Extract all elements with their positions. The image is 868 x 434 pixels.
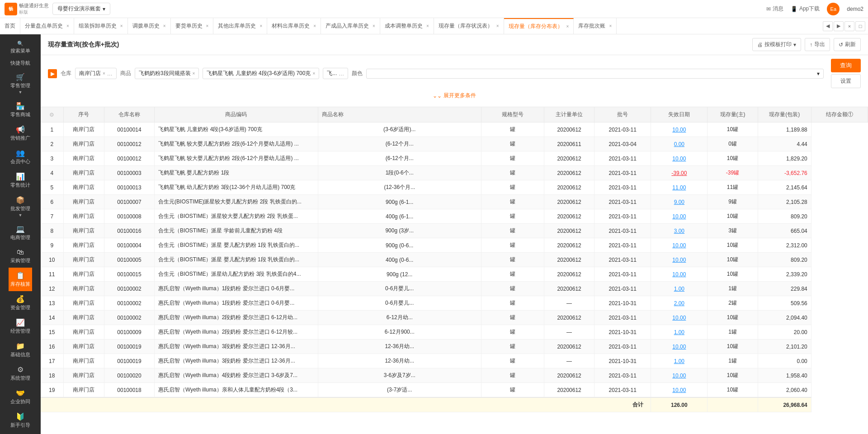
tab-disassemble-history[interactable]: 组装拆卸单历史 × xyxy=(74,18,128,34)
cell-qty-main[interactable]: 10.00 xyxy=(651,383,708,398)
product-filter-tag-3[interactable]: 飞... … xyxy=(323,68,348,79)
refresh-button[interactable]: ↺ 刷新 xyxy=(834,38,861,51)
sidebar-item-member[interactable]: 👥 会员中心 xyxy=(9,145,32,169)
qty-main-link[interactable]: -39.00 xyxy=(671,170,687,176)
tab-material-out-history[interactable]: 材料出库单历史 × xyxy=(267,18,321,34)
sidebar-item-marketing[interactable]: 📢 营销推广 xyxy=(9,122,32,145)
tab-inventory-status[interactable]: 现存量（库存状况表） × xyxy=(434,18,504,34)
sidebar-item-inventory[interactable]: 📋 库存核算 xyxy=(9,268,32,291)
sidebar-item-retail_stat[interactable]: 📊 零售统计 xyxy=(9,169,32,192)
sidebar-item-finance[interactable]: 💰 资金管理 xyxy=(9,291,32,315)
cell-qty-main[interactable]: -39.00 xyxy=(651,166,708,180)
qty-main-link[interactable]: 10.00 xyxy=(672,213,686,220)
tab-other-out-history[interactable]: 其他出库单历史 × xyxy=(213,18,267,34)
cell-qty-main[interactable]: 10.00 xyxy=(651,267,708,282)
warehouse-filter-more[interactable]: … xyxy=(107,71,113,77)
settings-icon[interactable]: ⚙ xyxy=(49,112,54,118)
qty-main-link[interactable]: 10.00 xyxy=(672,373,686,379)
color-filter-input[interactable]: ▾ xyxy=(366,69,824,79)
cell-qty-main[interactable]: 1.00 xyxy=(651,282,708,296)
sidebar-item-guide[interactable]: 🔰 新手引导 xyxy=(9,409,32,432)
qty-main-link[interactable]: 2.00 xyxy=(674,300,684,307)
sidebar-item-retail_shop[interactable]: 🏪 零售商城 xyxy=(9,98,32,122)
sidebar-item-business[interactable]: 📈 经营管理 xyxy=(9,315,32,338)
cell-qty-main[interactable]: 9.00 xyxy=(651,195,708,209)
query-button[interactable]: 查询 xyxy=(831,59,861,72)
export-button[interactable]: ↑ 导出 xyxy=(805,38,830,51)
close-icon[interactable]: × xyxy=(206,24,209,28)
expand-conditions-button[interactable]: ⌄⌄ 展开更多条件 xyxy=(429,90,480,101)
qty-main-link[interactable]: 1.00 xyxy=(674,358,684,364)
sidebar-item-purchase[interactable]: 🛍 采购管理 xyxy=(9,245,32,268)
sidebar-item-wholesale[interactable]: 📦 批发管理 ▼ xyxy=(9,192,32,221)
sidebar-item-system[interactable]: ⚙ 系统管理 xyxy=(9,362,32,385)
product-filter-close-1[interactable]: × xyxy=(193,71,195,76)
close-icon[interactable]: × xyxy=(496,24,499,28)
qty-main-link[interactable]: 10.00 xyxy=(672,127,686,133)
qty-main-link[interactable]: 0.00 xyxy=(674,141,684,147)
sidebar-quick-nav[interactable]: 快捷导航 xyxy=(0,57,41,69)
qty-main-link[interactable]: 10.00 xyxy=(672,271,686,278)
cell-qty-main[interactable]: 3.00 xyxy=(651,224,708,238)
cell-qty-main[interactable]: 10.00 xyxy=(651,238,708,253)
qty-main-link[interactable]: 3.00 xyxy=(674,228,684,234)
tab-query-history[interactable]: 调拨单历史 × xyxy=(128,18,171,34)
cell-qty-main[interactable]: 10.00 xyxy=(651,151,708,166)
close-icon[interactable]: × xyxy=(313,24,316,28)
cell-qty-main[interactable]: 10.00 xyxy=(651,311,708,325)
next-tab-button[interactable]: ▶ xyxy=(834,21,844,31)
expand-arrow-button[interactable]: ▶ xyxy=(48,69,57,78)
tab-home[interactable]: 首页 xyxy=(0,18,20,34)
cell-qty-main[interactable]: 0.00 xyxy=(651,137,708,151)
product-filter-tag-2[interactable]: 飞鹤星飞帆 儿童奶粉 4段(3-6岁适用) 700克 × xyxy=(203,68,319,79)
close-icon[interactable]: × xyxy=(373,24,375,28)
qty-main-link[interactable]: 10.00 xyxy=(672,344,686,350)
product-filter-tag-1[interactable]: 飞鹤奶粉3段同规搭装 × xyxy=(135,68,199,79)
maximize-tab-button[interactable]: □ xyxy=(855,21,865,31)
sidebar-item-retail[interactable]: 🛒 零售管理 ▼ xyxy=(9,69,32,98)
warehouse-filter-close[interactable]: × xyxy=(103,71,105,76)
tab-product-in-history[interactable]: 产成品入库单历史 × xyxy=(321,18,380,34)
close-icon[interactable]: × xyxy=(609,24,612,28)
qty-main-link[interactable]: 10.00 xyxy=(672,242,686,249)
close-icon[interactable]: × xyxy=(163,24,166,28)
qty-main-link[interactable]: 10.00 xyxy=(672,156,686,162)
close-tab-button[interactable]: × xyxy=(844,21,854,31)
cell-qty-main[interactable]: 1.00 xyxy=(651,325,708,340)
qty-main-link[interactable]: 11.00 xyxy=(672,184,686,191)
cell-qty-main[interactable]: 2.00 xyxy=(651,296,708,311)
sidebar-item-appstore[interactable]: 📱 应用中心 xyxy=(9,432,32,434)
close-icon[interactable]: × xyxy=(566,24,569,29)
close-icon[interactable]: × xyxy=(120,24,123,28)
tab-request-history[interactable]: 要货单历史 × xyxy=(171,18,214,34)
tab-split-history[interactable]: 分量盘点单历史 × xyxy=(20,18,74,34)
col-header-setting[interactable]: ⚙ xyxy=(41,107,63,123)
qty-main-link[interactable]: 10.00 xyxy=(672,315,686,321)
qty-main-link[interactable]: 1.00 xyxy=(674,286,684,292)
qty-main-link[interactable]: 10.00 xyxy=(672,387,686,393)
user-avatar[interactable]: Ea xyxy=(827,3,840,15)
product-filter-close-2[interactable]: × xyxy=(312,71,315,76)
close-icon[interactable]: × xyxy=(259,24,262,28)
cell-qty-main[interactable]: 11.00 xyxy=(651,180,708,195)
cell-qty-main[interactable]: 10.00 xyxy=(651,368,708,383)
print-button[interactable]: 🖨 按模板打印 ▾ xyxy=(752,38,801,51)
tab-cost-adjust-history[interactable]: 成本调整单历史 × xyxy=(380,18,434,34)
store-selector[interactable]: 母婴行业演示账套 ▾ xyxy=(52,3,110,15)
qty-main-link[interactable]: 1.00 xyxy=(674,329,684,335)
qty-main-link[interactable]: 9.00 xyxy=(674,199,684,205)
product-filter-more[interactable]: … xyxy=(339,71,344,77)
close-icon[interactable]: × xyxy=(66,24,69,28)
qty-main-link[interactable]: 10.00 xyxy=(672,257,686,263)
sidebar-item-basic[interactable]: 📁 基础信息 xyxy=(9,338,32,362)
app-download-button[interactable]: 📱 App下载 xyxy=(791,5,820,13)
warehouse-filter-tag[interactable]: 南岸门店 × … xyxy=(75,68,117,79)
message-button[interactable]: ✉ 消息 xyxy=(766,5,783,13)
tab-inventory-dist[interactable]: 现存量（库存分布表） × xyxy=(504,18,574,34)
cell-qty-main[interactable]: 10.00 xyxy=(651,209,708,224)
sidebar-search-button[interactable]: 🔍 搜索菜单 xyxy=(9,38,32,57)
tab-batch-ledger[interactable]: 库存批次账 × xyxy=(574,18,617,34)
prev-tab-button[interactable]: ◀ xyxy=(823,21,833,31)
sidebar-item-ecommerce[interactable]: 💻 电商管理 xyxy=(9,221,32,245)
sidebar-item-enterprise[interactable]: 🤝 企业协同 xyxy=(9,385,32,409)
